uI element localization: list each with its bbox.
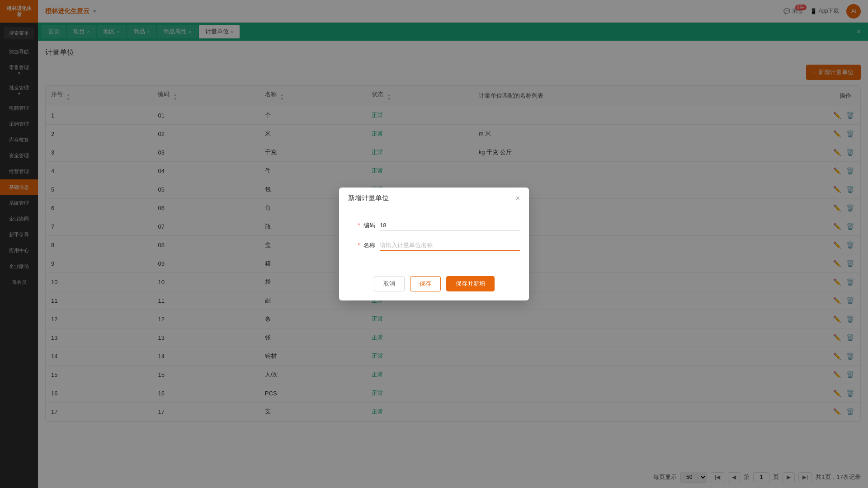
modal-header: 新增计量单位 × (339, 188, 529, 209)
code-label: * 编码 (348, 221, 375, 230)
name-required-mark: * (358, 242, 360, 249)
modal-close-button[interactable]: × (516, 195, 520, 202)
code-input[interactable] (380, 220, 520, 231)
code-required-mark: * (358, 222, 360, 229)
cancel-button[interactable]: 取消 (374, 276, 405, 291)
form-item-code: * 编码 (348, 220, 520, 231)
name-label: * 名称 (348, 241, 375, 249)
save-and-new-button[interactable]: 保存并新增 (446, 276, 495, 291)
modal-footer: 取消 保存 保存并新增 (339, 271, 529, 300)
modal-body: * 编码 * 名称 (339, 209, 529, 271)
name-input[interactable] (380, 240, 520, 251)
modal-overlay[interactable]: 新增计量单位 × * 编码 * 名称 取消 保存 保存并新增 (0, 0, 868, 488)
save-button[interactable]: 保存 (410, 276, 441, 291)
add-unit-modal: 新增计量单位 × * 编码 * 名称 取消 保存 保存并新增 (339, 188, 529, 300)
modal-title: 新增计量单位 (348, 194, 389, 202)
form-item-name: * 名称 (348, 240, 520, 251)
code-label-text: 编码 (363, 222, 375, 229)
name-label-text: 名称 (363, 242, 375, 249)
